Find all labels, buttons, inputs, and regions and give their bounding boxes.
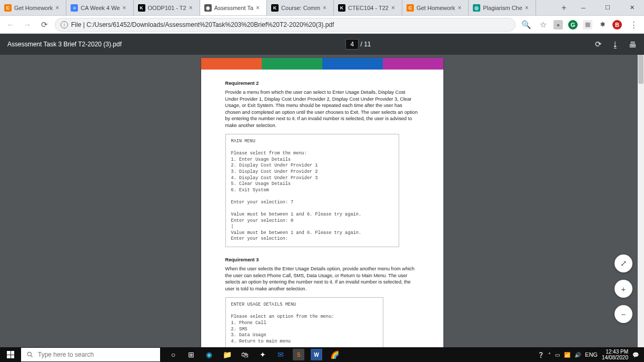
explorer-icon[interactable]: 📁 <box>221 349 233 360</box>
help-tray-icon[interactable]: ❔ <box>538 352 544 358</box>
notifications-icon[interactable]: 💬 <box>632 352 639 358</box>
print-icon[interactable]: 🖶 <box>629 40 637 49</box>
kebab-menu-icon[interactable]: ⋮ <box>627 18 640 31</box>
tab-2[interactable]: KOODP101 - T2× <box>134 0 200 15</box>
tab-3[interactable]: ◉Assessment Ta× <box>200 0 267 15</box>
tab-close-icon[interactable]: × <box>391 5 398 11</box>
minimize-button[interactable]: ─ <box>571 0 596 15</box>
language-indicator[interactable]: ENG <box>585 351 598 358</box>
taskbar: Type here to search ○ ⊞ ◉ 📁 🛍 ✦ ✉ S W 🌈 … <box>0 347 644 362</box>
download-icon[interactable]: ⭳ <box>611 40 619 49</box>
tab-close-icon[interactable]: × <box>458 5 464 11</box>
tab-close-icon[interactable]: × <box>55 5 62 11</box>
extension-icon[interactable]: ● <box>553 20 563 30</box>
back-button[interactable]: ← <box>4 18 17 31</box>
volume-icon[interactable]: 🔊 <box>574 352 581 358</box>
new-tab-button[interactable]: + <box>557 0 571 15</box>
tab-title: Assessment Ta <box>214 5 253 11</box>
cortana-icon[interactable]: ○ <box>167 349 179 360</box>
sublime-icon[interactable]: S <box>293 349 304 360</box>
mail-icon[interactable]: ✉ <box>275 349 286 360</box>
pdf-filename: Assessment Task 3 Brief T2-2020 (3).pdf <box>7 41 122 48</box>
chevron-up-icon[interactable]: ˄ <box>548 352 551 358</box>
tab-close-icon[interactable]: × <box>189 5 195 11</box>
pdf-page: Requirement 2 Provide a menu from which … <box>201 58 443 347</box>
total-pages: 11 <box>364 41 371 48</box>
tab-favicon: K <box>138 4 145 12</box>
extensions-puzzle-icon[interactable]: ✱ <box>598 20 607 30</box>
req2-paragraph: Provide a menu from which the user can s… <box>225 89 419 129</box>
usage-menu-code: ENTER USAGE DETAILS MENU Please select a… <box>225 297 383 347</box>
search-icon <box>26 351 34 358</box>
omnibox[interactable]: i File | C:/Users/61452/Downloads/Assess… <box>55 18 516 32</box>
fit-page-button[interactable]: ⤢ <box>615 255 632 272</box>
rotate-icon[interactable]: ⟳ <box>595 40 602 49</box>
system-tray: ❔ ˄ ▭ 📶 🔊 ENG 12:43 PM 14/08/2020 💬 <box>538 349 644 360</box>
page-indicator: 4 / 11 <box>122 39 595 50</box>
zoom-in-button[interactable]: + <box>615 280 632 298</box>
maximize-button[interactable]: ☐ <box>596 0 620 15</box>
tab-strip: CGet Homework×≡CA Week 4 We×KOODP101 - T… <box>0 0 557 15</box>
tab-title: Plagiarism Che <box>483 5 522 11</box>
taskbar-apps: ○ ⊞ ◉ 📁 🛍 ✦ ✉ S W 🌈 <box>167 349 340 360</box>
url-text: C:/Users/61452/Downloads/Assessment%20Ta… <box>86 21 334 28</box>
store-icon[interactable]: 🛍 <box>239 349 251 360</box>
profile-avatar[interactable]: B <box>612 20 622 30</box>
tab-favicon: C <box>407 4 414 12</box>
tab-title: OODP101 - T2 <box>148 5 186 11</box>
tab-favicon: K <box>271 4 279 12</box>
bookmark-star-icon[interactable]: ☆ <box>537 18 549 31</box>
extension-icon[interactable]: ▦ <box>583 20 592 30</box>
dropbox-icon[interactable]: ✦ <box>257 349 269 360</box>
chrome-icon[interactable]: 🌈 <box>329 349 340 360</box>
tab-favicon: C <box>4 4 12 12</box>
edge-icon[interactable]: ◉ <box>203 349 215 360</box>
clock[interactable]: 12:43 PM 14/08/2020 <box>602 349 628 360</box>
tab-1[interactable]: ≡CA Week 4 We× <box>66 0 133 15</box>
tab-title: Get Homework <box>417 5 455 11</box>
svg-point-0 <box>27 352 31 356</box>
battery-icon[interactable]: ▭ <box>555 352 560 358</box>
scroll-thumb[interactable] <box>638 55 643 84</box>
reload-button[interactable]: ⟳ <box>38 18 51 31</box>
close-window-button[interactable]: ✕ <box>620 0 644 15</box>
wifi-icon[interactable]: 📶 <box>564 352 570 358</box>
site-info-icon[interactable]: i <box>61 21 68 28</box>
tab-close-icon[interactable]: × <box>123 5 129 11</box>
extensions-area: ● G ▦ ✱ B ⋮ <box>553 18 640 31</box>
tab-favicon: ◉ <box>204 4 212 12</box>
req3-heading: Requirement 3 <box>225 257 419 263</box>
taskbar-search[interactable]: Type here to search <box>21 348 160 361</box>
word-icon[interactable]: W <box>311 349 322 360</box>
address-bar: ← → ⟳ i File | C:/Users/61452/Downloads/… <box>0 16 644 34</box>
svg-line-1 <box>31 356 33 357</box>
tab-close-icon[interactable]: × <box>256 5 262 11</box>
tab-title: CA Week 4 We <box>81 5 120 11</box>
start-button[interactable] <box>0 347 21 362</box>
fab-column: ⤢ + − <box>615 255 632 323</box>
vertical-scrollbar[interactable] <box>638 55 644 347</box>
tab-favicon: ◎ <box>473 4 480 12</box>
tab-6[interactable]: CGet Homework× <box>402 0 469 15</box>
zoom-out-button[interactable]: − <box>615 305 632 323</box>
search-icon[interactable]: 🔍 <box>520 18 532 31</box>
tab-title: Get Homework <box>14 5 53 11</box>
grammarly-icon[interactable]: G <box>568 20 578 30</box>
tab-0[interactable]: CGet Homework× <box>0 0 66 15</box>
tab-close-icon[interactable]: × <box>323 5 329 11</box>
tab-title: Course: Comm <box>281 5 320 11</box>
window-controls: ─ ☐ ✕ <box>571 0 644 15</box>
forward-button[interactable]: → <box>21 18 34 31</box>
color-band <box>201 58 443 70</box>
current-page-input[interactable]: 4 <box>345 39 359 50</box>
main-menu-code: MAIN MENU Please select from the menu: 1… <box>225 134 399 247</box>
req3-paragraph: When the user selects the Enter Usage De… <box>225 266 419 292</box>
tab-close-icon[interactable]: × <box>525 5 531 11</box>
tab-favicon: ≡ <box>71 4 78 12</box>
tab-favicon: K <box>338 4 345 12</box>
pdf-viewport[interactable]: Requirement 2 Provide a menu from which … <box>0 55 644 347</box>
tab-7[interactable]: ◎Plagiarism Che× <box>469 0 536 15</box>
taskview-icon[interactable]: ⊞ <box>185 349 197 360</box>
tab-5[interactable]: KCTEC104 - T22× <box>334 0 402 15</box>
tab-4[interactable]: KCourse: Comm× <box>267 0 334 15</box>
